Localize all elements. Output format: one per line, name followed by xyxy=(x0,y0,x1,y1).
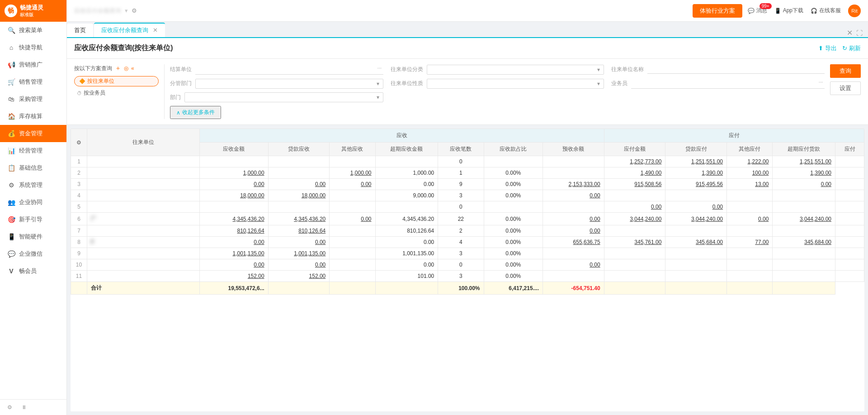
row-pay-overdue[interactable] xyxy=(773,248,835,259)
query-button[interactable]: 查询 xyxy=(830,64,861,78)
row-rec-loan[interactable]: 4,345,436.20 xyxy=(268,213,330,225)
row-partner[interactable] xyxy=(87,271,200,282)
sidebar-item-hardware[interactable]: 📱 智能硬件 xyxy=(0,228,66,245)
row-pay-loan[interactable]: 1,251,551.00 xyxy=(665,156,727,167)
row-rec-loan[interactable] xyxy=(268,201,330,213)
row-pay-other[interactable]: 77.00 xyxy=(727,237,773,248)
sidebar-item-purchase[interactable]: 🛍 采购管理 xyxy=(0,91,66,108)
row-rec-overdue[interactable]: 0.00 xyxy=(375,179,438,190)
row-rec-amt[interactable]: 18,000.00 xyxy=(200,190,268,201)
row-pre-rec[interactable] xyxy=(542,248,604,259)
row-pay-amt[interactable] xyxy=(604,190,665,201)
row-pay-overdue[interactable] xyxy=(773,271,835,282)
row-partner[interactable] xyxy=(87,179,200,190)
msg-badge[interactable]: 💬 消息 99+ xyxy=(748,7,767,14)
row-pay-amt[interactable] xyxy=(604,248,665,259)
sidebar-item-quick[interactable]: ⌂ 快捷导航 xyxy=(0,39,66,56)
row-pay-other[interactable] xyxy=(727,225,773,237)
input-settlement[interactable] xyxy=(197,65,382,73)
tab-query[interactable]: 应收应付余额查询 ✕ xyxy=(94,23,165,37)
row-partner[interactable]: 广 xyxy=(87,213,200,225)
row-pay-overdue[interactable]: 1,251,551.00 xyxy=(773,156,835,167)
row-pre-rec[interactable]: 0.00 xyxy=(542,259,604,271)
row-rec-other[interactable] xyxy=(330,156,375,167)
row-rec-amt[interactable]: 810,126.64 xyxy=(200,225,268,237)
row-rec-loan[interactable]: 0.00 xyxy=(268,179,330,190)
sidebar-item-vip[interactable]: V 畅会员 xyxy=(0,262,66,280)
th-settings[interactable]: ⚙ xyxy=(71,129,87,156)
row-pre-rec[interactable]: 655,636.75 xyxy=(542,237,604,248)
select-partner-type[interactable]: ▾ xyxy=(427,79,604,89)
row-rec-overdue[interactable] xyxy=(375,156,438,167)
row-pay-amt[interactable]: 1,490.00 xyxy=(604,167,665,179)
row-pre-rec[interactable] xyxy=(542,156,604,167)
row-pre-rec[interactable] xyxy=(542,271,604,282)
row-pay-amt[interactable] xyxy=(604,271,665,282)
row-rec-loan[interactable]: 0.00 xyxy=(268,237,330,248)
tab-close-icon[interactable]: ✕ xyxy=(153,27,158,33)
row-rec-loan[interactable]: 0.00 xyxy=(268,259,330,271)
row-pay-overdue[interactable] xyxy=(773,225,835,237)
row-partner[interactable] xyxy=(87,225,200,237)
row-rec-amt[interactable]: 0.00 xyxy=(200,237,268,248)
row-pay-overdue[interactable] xyxy=(773,259,835,271)
sidebar-item-operation[interactable]: 📊 经营管理 xyxy=(0,142,66,159)
row-pay-amt[interactable]: 0.00 xyxy=(604,201,665,213)
sidebar-item-collab[interactable]: 👥 企业协同 xyxy=(0,194,66,211)
row-pay-amt[interactable]: 1,252,773.00 xyxy=(604,156,665,167)
row-rec-overdue[interactable]: 810,126.64 xyxy=(375,225,438,237)
row-pre-rec[interactable] xyxy=(542,167,604,179)
select-partner-category[interactable]: ▾ xyxy=(427,65,604,75)
row-rec-amt[interactable]: 0.00 xyxy=(200,179,268,190)
row-pay-loan[interactable]: 3,044,240.00 xyxy=(665,213,727,225)
app-download[interactable]: 📱 App下载 xyxy=(774,7,803,14)
row-pre-rec[interactable]: 0.00 xyxy=(542,213,604,225)
row-pay-loan[interactable] xyxy=(665,248,727,259)
row-partner[interactable]: F xyxy=(87,237,200,248)
row-pre-rec[interactable]: 0.00 xyxy=(542,190,604,201)
sidebar-item-marketing[interactable]: 📢 营销推广 xyxy=(0,56,66,73)
row-pay-loan[interactable]: 0.00 xyxy=(665,201,727,213)
row-rec-other[interactable]: 0.00 xyxy=(330,213,375,225)
row-partner[interactable] xyxy=(87,190,200,201)
refresh-button[interactable]: ↻ 刷新 xyxy=(842,44,861,52)
row-rec-other[interactable] xyxy=(330,201,375,213)
row-pay-other[interactable] xyxy=(727,248,773,259)
select-dept[interactable]: ▾ xyxy=(195,79,383,89)
settings-icon[interactable]: ⚙ xyxy=(7,404,12,410)
online-service[interactable]: 🎧 在线客服 xyxy=(811,7,841,14)
user-avatar[interactable]: Rit xyxy=(848,5,861,17)
row-pay-amt[interactable]: 915,508.56 xyxy=(604,179,665,190)
row-rec-loan[interactable] xyxy=(268,156,330,167)
row-rec-other[interactable]: 1,000.00 xyxy=(330,167,375,179)
row-rec-overdue[interactable]: 0.00 xyxy=(375,237,438,248)
scheme-active-tag[interactable]: 🔶 按往来单位 xyxy=(74,76,159,86)
export-button[interactable]: ⬆ 导出 xyxy=(818,44,837,52)
row-rec-other[interactable] xyxy=(330,248,375,259)
row-rec-loan[interactable]: 152.00 xyxy=(268,271,330,282)
row-rec-other[interactable] xyxy=(330,259,375,271)
collapse-more-btn[interactable]: ∧ 收起更多条件 xyxy=(170,106,221,119)
row-pre-rec[interactable]: 2,153,333.00 xyxy=(542,179,604,190)
sidebar-item-system[interactable]: ⚙ 系统管理 xyxy=(0,176,66,194)
row-rec-amt[interactable] xyxy=(200,201,268,213)
row-pay-loan[interactable] xyxy=(665,271,727,282)
row-pay-amt[interactable] xyxy=(604,225,665,237)
row-pay-overdue[interactable]: 3,044,240.00 xyxy=(773,213,835,225)
row-rec-overdue[interactable]: 101.00 xyxy=(375,271,438,282)
row-partner[interactable] xyxy=(87,248,200,259)
sidebar-item-finance[interactable]: 💰 资金管理 xyxy=(0,125,66,142)
row-rec-other[interactable] xyxy=(330,225,375,237)
row-pay-amt[interactable]: 3,044,240.00 xyxy=(604,213,665,225)
tab-home[interactable]: 首页 xyxy=(67,24,93,37)
row-pay-loan[interactable]: 345,684.00 xyxy=(665,237,727,248)
table-settings-icon[interactable]: ⚙ xyxy=(76,139,81,146)
row-partner[interactable] xyxy=(87,156,200,167)
row-rec-overdue[interactable]: 4,345,436.20 xyxy=(375,213,438,225)
row-rec-other[interactable] xyxy=(330,190,375,201)
row-pay-overdue[interactable] xyxy=(773,190,835,201)
row-pay-loan[interactable]: 1,390.00 xyxy=(665,167,727,179)
row-pre-rec[interactable] xyxy=(542,201,604,213)
row-pay-other[interactable] xyxy=(727,271,773,282)
window-close-icon[interactable]: ✕ xyxy=(847,29,853,37)
